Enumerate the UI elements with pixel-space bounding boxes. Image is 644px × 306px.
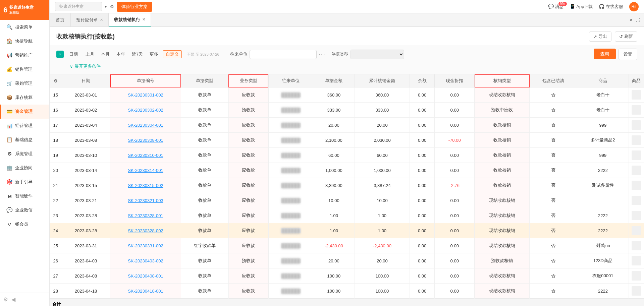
tab-home[interactable]: 首页	[50, 13, 71, 26]
col-biz-type[interactable]: 业务类型	[228, 74, 268, 87]
doctype-select[interactable]	[351, 50, 404, 59]
cell-goods: 老白干	[577, 103, 629, 118]
cell-doc-no[interactable]: SK-20230328-002	[110, 223, 181, 238]
settings-button[interactable]: 设置	[619, 49, 637, 60]
table-row[interactable]: 17 2023-03-04 SK-20230304-001 收款单 应收款 ██…	[50, 118, 644, 133]
query-button[interactable]: 查询	[594, 49, 616, 59]
tab-close-all[interactable]: ✕	[629, 17, 633, 22]
cell-doc-no[interactable]: SK-20230314-001	[110, 163, 181, 178]
col-include-settled[interactable]: 包含已结清	[530, 74, 577, 87]
solution-button[interactable]: 体验行业方案	[117, 2, 152, 12]
sidebar-item-operations[interactable]: 📊经营管理	[0, 119, 49, 133]
cell-biz-type: 应收款	[228, 268, 268, 284]
cell-doc-no[interactable]: SK-20230331-002	[110, 238, 181, 253]
cell-biz-type: 预收款	[228, 253, 268, 268]
table-row[interactable]: 16 2023-03-02 SK-20230302-002 收款单 预收款 ██…	[50, 103, 644, 118]
cell-doc-no[interactable]: SK-20230308-001	[110, 133, 181, 148]
app-download-button[interactable]: App下载	[570, 4, 593, 10]
col-balance[interactable]: 余额	[410, 74, 434, 87]
col-goods-img[interactable]: 商品	[629, 74, 644, 87]
col-amount[interactable]: 单据金额	[313, 74, 355, 87]
tab-expand[interactable]: ⛶	[636, 17, 640, 22]
export-button[interactable]: ↗ 导出	[589, 32, 611, 42]
sidebar-item-basic[interactable]: 📋基础信息	[0, 133, 49, 147]
topbar-gear-icon[interactable]: ⚙	[110, 4, 114, 10]
cell-doc-no[interactable]: SK-20230403-002	[110, 253, 181, 268]
table-row[interactable]: 24 2023-03-28 SK-20230328-002 收款单 应收款 ██…	[50, 223, 644, 238]
cell-doc-no[interactable]: SK-20230408-001	[110, 268, 181, 284]
sidebar-item-wechat[interactable]: 💬企业微信	[0, 203, 49, 217]
user-avatar[interactable]: Rit	[629, 2, 639, 11]
sidebar-item-system[interactable]: ⚙系统管理	[0, 147, 49, 161]
sidebar-item-enterprise[interactable]: 🏢企业协同	[0, 161, 49, 175]
messages-button[interactable]: 消息 99+	[548, 4, 564, 10]
col-gear[interactable]: ⚙	[50, 74, 62, 87]
expand-conditions-button[interactable]: ∨ 展开更多条件	[70, 62, 637, 71]
table-row[interactable]: 27 2023-04-08 SK-20230408-001 收款单 应收款 ██…	[50, 268, 644, 284]
cell-no: 17	[50, 118, 62, 133]
tab-collect-close[interactable]: ✕	[142, 17, 145, 22]
doctype-filter-group: 单据类型	[331, 50, 404, 59]
cell-date: 2023-03-31	[62, 238, 110, 253]
date-this-month[interactable]: 本月	[99, 50, 112, 58]
cell-doc-no[interactable]: SK-20230321-003	[110, 193, 181, 208]
table-row[interactable]: 26 2023-04-03 SK-20230403-002 收款单 预收款 ██…	[50, 253, 644, 268]
tab-prepay-close[interactable]: ✕	[100, 18, 103, 22]
date-custom[interactable]: 自定义	[163, 50, 182, 58]
sidebar-item-hardware[interactable]: 🖥智能硬件	[0, 189, 49, 203]
online-service-button[interactable]: 在线客服	[599, 4, 623, 10]
filter-toggle-button[interactable]: »	[56, 51, 64, 58]
sidebar-item-inventory[interactable]: 📦库存核算	[0, 90, 49, 105]
table-row[interactable]: 21 2023-03-15 SK-20230315-002 收款单 应收款 ██…	[50, 178, 644, 193]
topbar-dropdown-icon[interactable]: ▾	[105, 4, 107, 9]
table-row[interactable]: 20 2023-03-14 SK-20230314-001 收款单 应收款 ██…	[50, 163, 644, 178]
refresh-button[interactable]: ↺ 刷新	[615, 32, 637, 42]
cell-goods: 多计量商品2	[577, 133, 629, 148]
cell-doc-no[interactable]: SK-20230310-001	[110, 148, 181, 163]
col-cash-discount[interactable]: 现金折扣	[435, 74, 475, 87]
date-last-month[interactable]: 上月	[83, 50, 97, 58]
sidebar-item-quicknav[interactable]: 🏠快捷导航	[0, 34, 49, 48]
table-row[interactable]: 23 2023-03-28 SK-20230328-001 收款单 应收款 ██…	[50, 208, 644, 223]
date-more[interactable]: 更多	[147, 50, 161, 58]
sidebar-item-member[interactable]: V畅会员	[0, 217, 49, 231]
tab-collect[interactable]: 收款核销执行 ✕	[109, 13, 151, 26]
table-row[interactable]: 25 2023-03-31 SK-20230331-002 红字收款单 应收款 …	[50, 238, 644, 253]
sidebar-item-marketing[interactable]: 📢营销推广	[0, 48, 49, 62]
sidebar-item-purchase[interactable]: 🛒采购管理	[0, 76, 49, 90]
cell-include-settled: 否	[530, 253, 577, 268]
sidebar-item-label: 企业协同	[15, 165, 33, 171]
cell-doc-no[interactable]: SK-20230315-002	[110, 178, 181, 193]
col-doc-type[interactable]: 单据类型	[181, 74, 229, 87]
gear-icon[interactable]: ⚙	[3, 296, 8, 303]
date-this-year[interactable]: 本年	[114, 50, 127, 58]
cell-no: 21	[50, 178, 62, 193]
table-row[interactable]: 15 2023-03-01 SK-20230301-002 收款单 应收款 ██…	[50, 87, 644, 103]
col-goods[interactable]: 商品	[577, 74, 629, 87]
table-row[interactable]: 19 2023-03-10 SK-20230310-001 收款单 应收款 ██…	[50, 148, 644, 163]
tab-prepay[interactable]: 预付应付单 ✕	[71, 13, 109, 26]
sidebar-item-sales[interactable]: 💰销售管理	[0, 62, 49, 76]
col-doc-no[interactable]: 单据编号	[110, 74, 181, 87]
partner-input[interactable]	[250, 50, 317, 59]
sidebar-item-finance[interactable]: 💳资金管理	[0, 105, 49, 119]
date-7days[interactable]: 近7天	[129, 50, 145, 58]
col-writeoff-type[interactable]: 核销类型	[475, 74, 530, 87]
cell-include-settled: 否	[530, 118, 577, 133]
cell-doc-no[interactable]: SK-20230301-002	[110, 87, 181, 103]
cell-doc-no[interactable]: SK-20230418-001	[110, 284, 181, 299]
collapse-icon[interactable]: ◀	[11, 296, 15, 303]
cell-doc-no[interactable]: SK-20230302-002	[110, 103, 181, 118]
app-icon	[570, 4, 575, 9]
sidebar-item-search[interactable]: 🔍搜索菜单	[0, 20, 49, 34]
table-row[interactable]: 18 2023-03-08 SK-20230308-001 收款单 应收款 ██…	[50, 133, 644, 148]
cell-doc-no[interactable]: SK-20230304-001	[110, 118, 181, 133]
table-row[interactable]: 28 2023-04-18 SK-20230418-001 收款单 应收款 ██…	[50, 284, 644, 299]
col-date[interactable]: 日期	[62, 74, 110, 87]
sidebar-item-label: 搜索菜单	[15, 24, 33, 30]
col-partner[interactable]: 往来单位	[268, 74, 313, 87]
sidebar-item-guide[interactable]: 🎯新手引导	[0, 175, 49, 189]
cell-doc-no[interactable]: SK-20230328-001	[110, 208, 181, 223]
col-writeoff-total[interactable]: 累计核销金额	[355, 74, 410, 87]
table-row[interactable]: 22 2023-03-21 SK-20230321-003 收款单 应收款 ██…	[50, 193, 644, 208]
